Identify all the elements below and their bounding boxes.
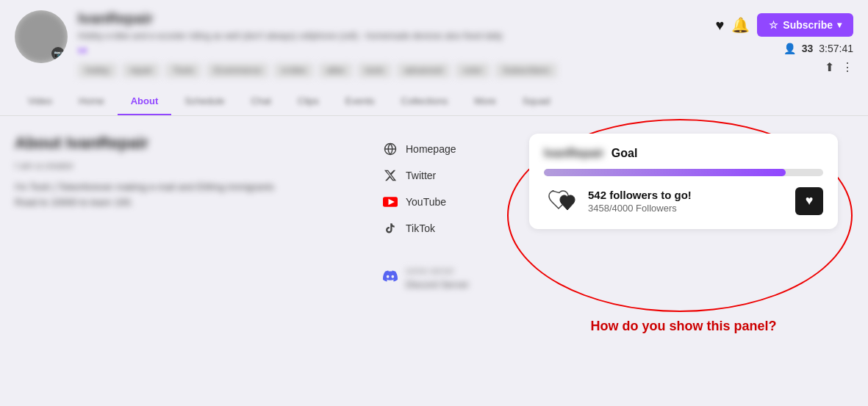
- social-discord-area: some server Discord Server: [382, 263, 500, 290]
- about-meta: I am a creator: [15, 160, 353, 171]
- youtube-label: YouTube: [406, 196, 446, 208]
- channel-tags: hobby repair Tools Ecommerce e-bike alik…: [78, 63, 715, 78]
- discord-icon: [382, 268, 398, 284]
- homepage-icon: [382, 141, 398, 157]
- goal-text: 542 followers to go! 3458/4000 Followers: [588, 189, 692, 214]
- goal-progress-fill: [544, 169, 786, 176]
- channel-description: Hobby e-bike and e-scooter riding as wel…: [78, 30, 519, 43]
- tag: e-bike: [274, 63, 313, 78]
- subscribe-label: Subscribe: [783, 19, 833, 31]
- discord-info: some server Discord Server: [406, 266, 469, 290]
- tag: tools: [358, 63, 391, 78]
- goal-heart-button[interactable]: ♥: [795, 187, 823, 215]
- homepage-label: Homepage: [406, 143, 456, 155]
- tab-events[interactable]: Events: [332, 88, 388, 115]
- tiktok-icon: [382, 220, 398, 236]
- avatar: 📷: [15, 10, 68, 63]
- camera-icon: 📷: [51, 47, 65, 60]
- tab-collections[interactable]: Collections: [388, 88, 462, 115]
- twitter-icon: [382, 167, 398, 184]
- nav-tabs: Video Home About Schedule Chat Clips Eve…: [0, 88, 868, 116]
- social-youtube[interactable]: YouTube: [382, 194, 500, 210]
- main-content: About IvanRepair I am a creator I'm Tool…: [0, 116, 868, 308]
- share-button[interactable]: ⬆: [825, 60, 834, 74]
- goal-channel-name: IvanRepair: [544, 147, 604, 160]
- tag: Tools: [165, 63, 201, 78]
- tag: advanced: [397, 63, 450, 78]
- channel-link[interactable]: bit: [78, 46, 715, 56]
- goal-card: IvanRepair Goal: [529, 134, 838, 229]
- tag: alike: [319, 63, 352, 78]
- about-title: About IvanRepair: [15, 134, 353, 153]
- discord-sub-label: some server: [406, 266, 469, 276]
- goal-left-info: 542 followers to go! 3458/4000 Followers: [544, 186, 692, 216]
- tab-video[interactable]: Video: [15, 88, 65, 115]
- tab-chat[interactable]: Chat: [237, 88, 284, 115]
- about-description: I'm Toolr | Tokenforever making e-mail a…: [15, 180, 294, 211]
- viewer-icon: 👤: [783, 43, 796, 54]
- stream-timer: 3:57:41: [819, 43, 853, 54]
- tag: hobby: [78, 63, 117, 78]
- channel-name: IvanRepair: [78, 10, 715, 27]
- star-icon: ☆: [769, 19, 778, 31]
- tab-more[interactable]: More: [461, 88, 509, 115]
- tiktok-label: TikTok: [406, 222, 435, 234]
- tab-schedule[interactable]: Schedule: [171, 88, 237, 115]
- action-icons: ⬆ ⋮: [825, 60, 853, 74]
- twitter-label: Twitter: [406, 170, 436, 181]
- heart-icon: ♥: [806, 193, 814, 209]
- header: 📷 IvanRepair Hobby e-bike and e-scooter …: [0, 0, 868, 85]
- tab-squad[interactable]: Squad: [509, 88, 564, 115]
- channel-info: IvanRepair Hobby e-bike and e-scooter ri…: [78, 10, 715, 78]
- subscribe-button[interactable]: ☆ Subscribe ▾: [757, 13, 853, 37]
- chevron-down-icon: ▾: [837, 20, 842, 30]
- social-homepage[interactable]: Homepage: [382, 141, 500, 157]
- followers-progress: 3458/4000 Followers: [588, 203, 692, 214]
- tab-clips[interactable]: Clips: [284, 88, 332, 115]
- social-twitter[interactable]: Twitter: [382, 167, 500, 184]
- viewer-count: 33: [802, 43, 814, 54]
- about-panel: About IvanRepair I am a creator I'm Tool…: [15, 134, 353, 290]
- social-links-panel: Homepage Twitter YouTube: [382, 134, 500, 290]
- tag: color: [456, 63, 489, 78]
- favorite-button[interactable]: ♥: [715, 17, 724, 34]
- tag: repair: [123, 63, 160, 78]
- tab-home[interactable]: Home: [65, 88, 118, 115]
- tag: Ecommerce: [207, 63, 268, 78]
- goal-panel-wrapper: IvanRepair Goal: [529, 134, 838, 290]
- goal-info-row: 542 followers to go! 3458/4000 Followers…: [544, 186, 823, 216]
- tag: Subscribers: [495, 63, 556, 78]
- header-left: 📷 IvanRepair Hobby e-bike and e-scooter …: [15, 10, 715, 78]
- how-to-show-panel-text: How do you show this panel?: [590, 319, 776, 334]
- hearts-icon: [544, 186, 579, 216]
- discord-name: Discord Server: [406, 279, 469, 290]
- social-tiktok[interactable]: TikTok: [382, 220, 500, 236]
- youtube-icon: [382, 194, 398, 210]
- notifications-button[interactable]: 🔔: [731, 16, 750, 34]
- more-options-button[interactable]: ⋮: [842, 60, 853, 74]
- goal-title: Goal: [611, 147, 638, 160]
- goal-header: IvanRepair Goal: [544, 147, 823, 160]
- goal-progress-bar: [544, 169, 823, 176]
- followers-to-go: 542 followers to go!: [588, 189, 692, 201]
- tab-about[interactable]: About: [118, 88, 172, 115]
